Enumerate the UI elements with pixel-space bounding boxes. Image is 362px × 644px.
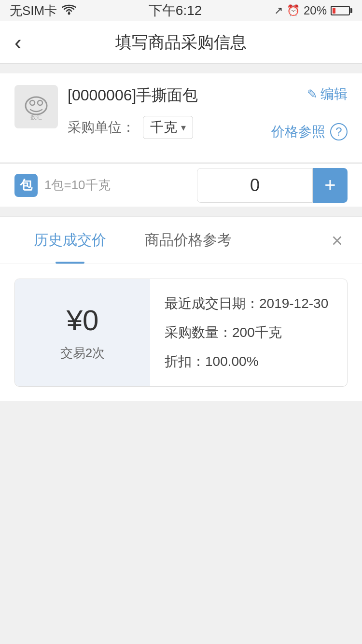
back-button[interactable]: ‹ [14,32,22,53]
price-transactions: 交易2次 [60,345,105,362]
carrier-label: 无SIM卡 [10,2,57,19]
battery-icon [331,6,352,15]
svg-point-2 [30,100,35,105]
price-left-panel: ¥0 交易2次 [15,279,150,386]
svg-point-0 [68,12,70,14]
tabs-section: 历史成交价 商品价格参考 × ¥0 交易2次 最近成交日期：2019-12-30… [0,216,362,401]
help-icon[interactable]: ? [330,123,348,140]
battery-percent: 20% [304,4,327,17]
unit-value: 千克 [150,118,177,137]
product-info: [0000006]手撕面包 采购单位： 千克 ▾ [68,85,198,139]
page-title: 填写商品采购信息 [115,31,247,54]
discount-row: 折扣：100.00% [165,351,333,372]
recent-date-row: 最近成交日期：2019-12-30 [165,294,333,314]
edit-label: 编辑 [320,85,348,103]
tabs-close-button[interactable]: × [327,226,348,255]
quantity-section: 包 1包=10千克 + [0,163,362,207]
quantity-input[interactable] [197,168,313,203]
price-card-container: ¥0 交易2次 最近成交日期：2019-12-30 采购数量：200千克 折扣：… [0,264,362,401]
qty-unit-box: 包 [14,174,38,197]
unit-dropdown-icon: ▾ [181,122,186,133]
price-right-panel: 最近成交日期：2019-12-30 采购数量：200千克 折扣：100.00% [150,279,347,386]
purchase-qty-row: 采购数量：200千克 [165,322,333,343]
price-amount: ¥0 [67,304,99,337]
product-section: 数汇 [0000006]手撕面包 采购单位： 千克 ▾ ✎ 编辑 [0,73,362,162]
location-icon: ↗ [274,4,283,17]
tabs-header: 历史成交价 商品价格参考 × [0,217,362,264]
status-bar: 无SIM卡 下午6:12 ↗ ⏰ 20% [0,0,362,21]
alarm-icon: ⏰ [287,4,300,17]
quantity-input-group: + [197,168,348,203]
product-header: 数汇 [0000006]手撕面包 采购单位： 千克 ▾ ✎ 编辑 [14,85,348,141]
svg-text:数汇: 数汇 [30,114,42,121]
status-right: ↗ ⏰ 20% [274,4,352,17]
product-right: ✎ 编辑 价格参照 ? [271,85,348,141]
price-card: ¥0 交易2次 最近成交日期：2019-12-30 采购数量：200千克 折扣：… [14,279,348,387]
price-ref-row: 价格参照 ? [271,123,348,141]
product-unit-row: 采购单位： 千克 ▾ [68,116,198,139]
quantity-label-group: 包 1包=10千克 [14,174,111,197]
product-left: 数汇 [0000006]手撕面包 采购单位： 千克 ▾ [14,85,198,139]
main-content [0,401,362,644]
status-time: 下午6:12 [149,1,202,20]
unit-label: 采购单位： [68,118,135,137]
qty-conversion: 1包=10千克 [44,177,111,194]
svg-point-3 [38,100,42,105]
nav-bar: ‹ 填写商品采购信息 [0,21,362,64]
status-left: 无SIM卡 [10,2,76,19]
quantity-plus-button[interactable]: + [313,168,348,203]
edit-icon: ✎ [307,87,318,102]
qty-unit-label: 包 [20,177,32,194]
tab-history-price[interactable]: 历史成交价 [14,217,125,264]
product-logo-icon: 数汇 [22,92,51,121]
product-name: [0000006]手撕面包 [68,85,198,106]
edit-button[interactable]: ✎ 编辑 [307,85,348,103]
unit-select[interactable]: 千克 ▾ [143,116,193,139]
tab-price-reference[interactable]: 商品价格参考 [125,217,251,264]
tabs-list: 历史成交价 商品价格参考 [14,217,251,264]
wifi-icon [62,3,76,18]
price-ref-button[interactable]: 价格参照 [271,123,325,141]
product-thumbnail: 数汇 [14,85,58,128]
